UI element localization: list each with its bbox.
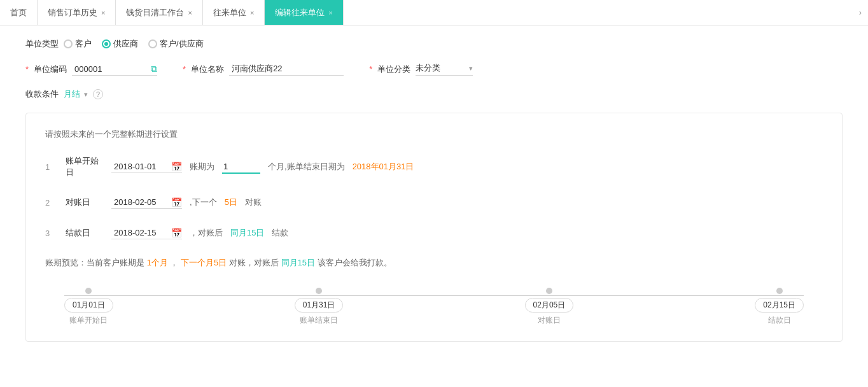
reconcile-date-input-wrapper: 📅 <box>111 196 182 209</box>
unit-code-copy-icon[interactable]: ⧉ <box>151 64 157 74</box>
unit-type-radio-group: 客户 供应商 客户/供应商 <box>64 38 204 50</box>
payment-suffix1: ，对账后 <box>190 227 223 239</box>
preview-p1: 1个月 <box>147 258 168 267</box>
tab-partner-units[interactable]: 往来单位 × <box>203 0 265 25</box>
payment-date-calendar-icon[interactable]: 📅 <box>171 228 182 238</box>
unit-category-value: 未分类 <box>416 62 466 74</box>
payment-suffix2: 结款 <box>272 227 288 239</box>
preview-end: 该客户会给我打款。 <box>318 258 392 267</box>
unit-code-input[interactable] <box>72 63 148 75</box>
unit-type-field: 单位类型 客户 供应商 客户/供应商 <box>25 38 204 50</box>
reconcile-date-input[interactable] <box>111 196 169 208</box>
unit-category-arrow-icon: ▾ <box>469 64 473 73</box>
timeline-point-1: 01月01日 账单开始日 <box>64 288 113 326</box>
setting-row-1: 1 账单开始日 📅 账期为 个月,账单结束日期为 2018年01月31日 <box>45 155 823 178</box>
unit-code-star: * <box>25 64 29 74</box>
timeline-points: 01月01日 账单开始日 01月31日 账单结束日 <box>64 288 804 326</box>
unit-type-label: 单位类型 <box>25 38 59 50</box>
tab-edit-partner[interactable]: 编辑往来单位 × <box>265 0 343 25</box>
payment-date-input[interactable] <box>111 227 169 239</box>
unit-category-label: 单位分类 <box>377 64 410 75</box>
tl-desc-1: 账单开始日 <box>69 315 108 326</box>
tl-label-2: 01月31日 <box>295 298 344 313</box>
tl-label-1: 01月01日 <box>64 298 113 313</box>
close-tab-partner-units[interactable]: × <box>250 9 254 17</box>
tl-dot-4 <box>776 288 783 294</box>
start-date-input-wrapper: 📅 <box>111 160 182 173</box>
reconcile-suffix1: ,下一个 <box>190 197 217 208</box>
tl-desc-2: 账单结束日 <box>300 315 338 326</box>
payment-terms-arrow-icon: ▾ <box>84 90 88 99</box>
row-num-3: 3 <box>45 229 58 238</box>
radio-customer-circle <box>64 39 73 48</box>
tl-label-4: 02月15日 <box>755 298 804 313</box>
tab-cashflow-workbench[interactable]: 钱货日清工作台 × <box>116 0 202 25</box>
timeline-point-3: 02月05日 对账日 <box>525 288 574 326</box>
row-label-3: 结款日 <box>66 227 104 239</box>
setting-row-2: 2 对账日 📅 ,下一个 5日 对账 <box>45 196 823 209</box>
preview-section: 账期预览：当前客户账期是 1个月 ， 下一个月5日 对账，对账后 同月15日 该… <box>45 257 823 269</box>
tab-home[interactable]: 首页 <box>0 0 38 25</box>
preview-p3: 同月15日 <box>281 258 315 267</box>
start-date-input[interactable] <box>111 160 169 172</box>
payment-terms-select[interactable]: 月结 ▾ <box>64 88 88 100</box>
start-date-calendar-icon[interactable]: 📅 <box>171 162 182 172</box>
unit-category-star: * <box>369 64 372 74</box>
payment-terms-row: 收款条件 月结 ▾ ? <box>25 88 843 100</box>
unit-name-star: * <box>183 64 186 74</box>
tab-more-button[interactable]: › <box>853 0 868 25</box>
tl-desc-4: 结款日 <box>768 315 791 326</box>
timeline-wrapper: 01月01日 账单开始日 01月31日 账单结束日 <box>45 288 823 326</box>
row-label-2: 对账日 <box>66 197 104 208</box>
period-settings-card: 请按照未来的一个完整帐期进行设置 1 账单开始日 📅 账期为 个月,账单结束日期… <box>25 113 843 342</box>
unit-name-field: * 单位名称 <box>183 63 344 76</box>
card-title: 请按照未来的一个完整帐期进行设置 <box>45 129 823 140</box>
timeline-point-4: 02月15日 结款日 <box>755 288 804 326</box>
preview-label: 账期预览：当前客户账期是 <box>45 258 144 267</box>
close-tab-cashflow-workbench[interactable]: × <box>188 9 192 17</box>
row-label-1: 账单开始日 <box>66 155 104 178</box>
tl-dot-3 <box>546 288 552 294</box>
preview-sep1: ， <box>170 258 178 267</box>
timeline-point-2: 01月31日 账单结束日 <box>295 288 344 326</box>
unit-category-field: * 单位分类 未分类 ▾ <box>369 62 473 76</box>
radio-supplier[interactable]: 供应商 <box>102 38 138 50</box>
period-unit: 个月,账单结束日期为 <box>268 161 345 172</box>
payment-terms-help-icon[interactable]: ? <box>93 89 103 99</box>
payment-date-input-wrapper: 📅 <box>111 227 182 239</box>
row-num-1: 1 <box>45 162 58 172</box>
payment-terms-label: 收款条件 <box>25 88 59 100</box>
reconcile-day-highlight: 5日 <box>225 197 237 208</box>
radio-customer[interactable]: 客户 <box>64 38 92 50</box>
unit-category-dropdown[interactable]: 未分类 ▾ <box>416 62 473 76</box>
payment-terms-value: 月结 <box>64 88 80 100</box>
preview-p2: 下一个月5日 <box>181 258 227 267</box>
reconcile-date-calendar-icon[interactable]: 📅 <box>171 197 182 208</box>
period-prefix: 账期为 <box>190 161 214 172</box>
payment-day-highlight: 同月15日 <box>230 227 264 239</box>
tab-bar: 首页 销售订单历史 × 钱货日清工作台 × 往来单位 × 编辑往来单位 × › <box>0 0 868 25</box>
period-month-input[interactable] <box>222 160 260 174</box>
tl-label-3: 02月05日 <box>525 298 574 313</box>
close-tab-edit-partner[interactable]: × <box>328 9 332 17</box>
timeline-line <box>64 295 804 296</box>
radio-both[interactable]: 客户/供应商 <box>148 38 204 50</box>
radio-both-circle <box>148 39 157 48</box>
unit-code-field: * 单位编码 ⧉ <box>25 63 157 76</box>
unit-type-row: 单位类型 客户 供应商 客户/供应商 <box>25 38 843 50</box>
unit-code-label: 单位编码 <box>34 64 67 75</box>
tl-desc-3: 对账日 <box>538 315 561 326</box>
close-tab-sales-order-history[interactable]: × <box>101 9 105 17</box>
main-content: 单位类型 客户 供应商 客户/供应商 * 单位编码 <box>0 25 868 387</box>
radio-supplier-circle <box>102 39 111 48</box>
basic-info-row: * 单位编码 ⧉ * 单位名称 * 单位分类 未分类 ▾ <box>25 62 843 76</box>
period-end-date: 2018年01月31日 <box>353 161 414 172</box>
preview-mid: 对账，对账后 <box>229 258 279 267</box>
tab-sales-order-history[interactable]: 销售订单历史 × <box>38 0 116 25</box>
payment-terms-field: 收款条件 月结 ▾ ? <box>25 88 103 100</box>
reconcile-suffix2: 对账 <box>245 197 262 208</box>
unit-name-input[interactable] <box>229 63 344 76</box>
row-num-2: 2 <box>45 198 58 208</box>
unit-name-label: 单位名称 <box>191 64 224 75</box>
tl-dot-2 <box>316 288 322 294</box>
